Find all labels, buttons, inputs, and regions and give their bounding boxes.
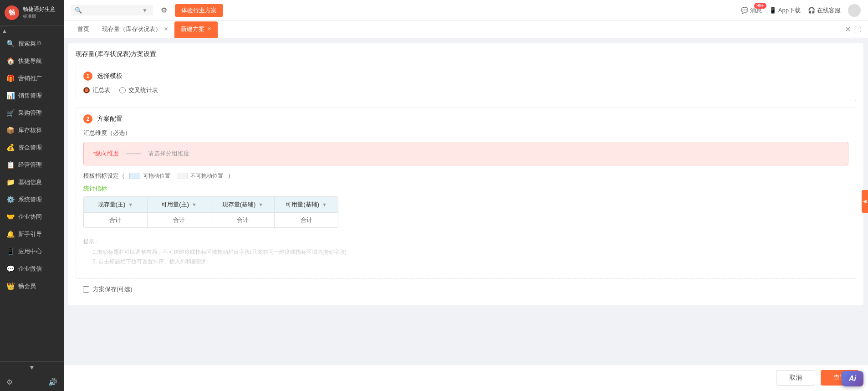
radio-summary-table-input[interactable]: [83, 87, 90, 93]
indicator-body-2-label: 合计: [237, 216, 249, 224]
industry-solution-button[interactable]: 体验行业方案: [175, 4, 223, 17]
sidebar-item-member[interactable]: 👑 畅会员: [0, 278, 64, 295]
topbar-dropdown-icon[interactable]: ▼: [142, 7, 148, 14]
non-draggable-legend-label: 不可拖动位置: [190, 172, 223, 180]
radio-summary-table-label: 汇总表: [92, 86, 110, 94]
tab-new-scheme-label: 新建方案: [181, 25, 204, 33]
online-support-item[interactable]: 🎧 在线客服: [808, 6, 841, 15]
volume-footer-icon[interactable]: 🔊: [48, 378, 57, 386]
radio-cross-table-input[interactable]: [119, 87, 126, 93]
indicator-body-0-label: 合计: [109, 216, 121, 224]
draggable-legend-label: 可拖动位置: [143, 172, 170, 180]
indicator-header-1-dropdown[interactable]: ▼: [192, 202, 197, 207]
tab-new-scheme-close[interactable]: ✕: [207, 26, 211, 32]
draggable-legend-item: 可拖动位置: [129, 172, 170, 180]
sales-icon: 📊: [6, 92, 15, 100]
wechat-icon: 💬: [6, 265, 15, 273]
save-option: 方案保存(可选): [83, 285, 849, 293]
tab-new-scheme[interactable]: 新建方案 ✕: [174, 21, 218, 38]
quick-nav-icon: 🏠: [6, 57, 15, 65]
step2-title: 方案配置: [97, 115, 123, 123]
indicator-header-3-dropdown[interactable]: ▼: [322, 202, 327, 207]
main-area: 🔍 ▼ ⚙ 体验行业方案 💬 消息 99+ 📱 App下载 🎧 在线客服: [64, 0, 868, 391]
save-option-label: 方案保存(可选): [93, 285, 133, 293]
sidebar-item-purchase-label: 采购管理: [18, 109, 42, 117]
basic-info-icon: 📁: [6, 178, 15, 186]
tabs-bar: 首页 现存量（库存状况表） ✕ 新建方案 ✕ ✕ ⛶: [64, 21, 868, 38]
template-options: 汇总表 交叉统计表: [83, 86, 848, 94]
online-support-label: 在线客服: [817, 6, 841, 15]
sidebar-logo: 畅 畅捷通好生意 标准版: [0, 0, 64, 26]
footer-bar: 取消 查询: [64, 364, 868, 391]
indicator-header-cell-3[interactable]: 可用量(基辅) ▼: [275, 197, 338, 212]
tab-inventory-status[interactable]: 现存量（库存状况表） ✕: [96, 21, 174, 38]
sidebar-item-sales[interactable]: 📊 销售管理: [0, 87, 64, 104]
ai-float-button[interactable]: Ai: [842, 371, 863, 386]
message-item[interactable]: 💬 消息 99+: [741, 6, 762, 15]
panel-expand-icon[interactable]: ⛶: [854, 26, 861, 33]
app-center-icon: 📱: [6, 247, 15, 256]
indicator-body-cell-3: 合计: [275, 212, 338, 227]
sidebar-item-finance[interactable]: 💰 资金管理: [0, 139, 64, 156]
dimension-placeholder-text[interactable]: 请选择分组维度: [148, 149, 189, 158]
app-download-item[interactable]: 📱 App下载: [769, 6, 801, 15]
sidebar-item-inventory[interactable]: 📦 库存核算: [0, 122, 64, 139]
sidebar-item-newbie-label: 新手引导: [18, 230, 42, 238]
settings-footer-icon[interactable]: ⚙: [6, 378, 13, 386]
step1-section: 1 选择模板 汇总表 交叉统计表: [76, 65, 856, 101]
sidebar-item-enterprise[interactable]: 🤝 企业协同: [0, 208, 64, 226]
indicator-settings-label: 模板指标设定（ 可拖动位置 不可拖动位置 ）: [83, 172, 848, 180]
topbar-left: 🔍 ▼ ⚙ 体验行业方案: [71, 4, 223, 17]
topbar-settings-icon[interactable]: ⚙: [158, 4, 170, 17]
topbar-search-input[interactable]: [85, 7, 139, 14]
sidebar-scroll-up-icon[interactable]: ▲: [1, 27, 8, 35]
topbar: 🔍 ▼ ⚙ 体验行业方案 💬 消息 99+ 📱 App下载 🎧 在线客服: [64, 0, 868, 21]
sidebar-item-system[interactable]: ⚙️ 系统管理: [0, 191, 64, 208]
indicator-legend: 可拖动位置 不可拖动位置: [129, 172, 223, 180]
member-icon: 👑: [6, 282, 15, 290]
tab-home-label: 首页: [77, 25, 89, 33]
dimension-label: 汇总维度（必选）: [83, 129, 848, 137]
radio-summary-table[interactable]: 汇总表: [83, 86, 110, 94]
sidebar-item-search-menu[interactable]: 🔍 搜索菜单: [0, 35, 64, 52]
step2-badge: 2: [83, 114, 92, 123]
tips-title: 提示：: [83, 238, 848, 246]
user-avatar[interactable]: [848, 4, 861, 17]
indicator-header-cell-2[interactable]: 现存量(基辅) ▼: [211, 197, 275, 212]
indicator-header-1-label: 可用量(主): [161, 201, 189, 209]
indicator-header-cell-0[interactable]: 现存量(主) ▼: [84, 197, 148, 212]
sidebar-item-basic-info[interactable]: 📁 基础信息: [0, 174, 64, 191]
sidebar-item-search-menu-label: 搜索菜单: [18, 40, 42, 48]
sidebar-item-operation[interactable]: 📋 经营管理: [0, 156, 64, 174]
tab-inventory-status-close[interactable]: ✕: [164, 26, 168, 32]
indicator-header-cell-1[interactable]: 可用量(主) ▼: [148, 197, 211, 212]
save-checkbox[interactable]: [83, 286, 89, 293]
right-expand-tab[interactable]: ◀: [862, 190, 868, 213]
sidebar-item-newbie[interactable]: 🔔 新手引导: [0, 226, 64, 243]
sidebar-item-app-center[interactable]: 📱 应用中心: [0, 243, 64, 260]
operation-icon: 📋: [6, 161, 15, 169]
sidebar-item-quick-nav[interactable]: 🏠 快捷导航: [0, 52, 64, 70]
sidebar-nav: 🔍 搜索菜单 🏠 快捷导航 🎁 营销推广 📊 销售管理 🛒 采购管理 📦 库存核…: [0, 35, 64, 361]
cancel-button[interactable]: 取消: [776, 370, 815, 386]
sidebar-item-marketing-label: 营销推广: [18, 74, 42, 82]
draggable-legend-box: [129, 173, 140, 179]
sidebar-item-operation-label: 经营管理: [18, 161, 42, 169]
indicator-body-1-label: 合计: [173, 216, 185, 224]
sidebar-scroll-down-icon[interactable]: ▼: [29, 364, 35, 371]
indicator-header-0-label: 现存量(主): [98, 201, 126, 209]
radio-cross-table[interactable]: 交叉统计表: [119, 86, 158, 94]
sidebar-item-purchase[interactable]: 🛒 采购管理: [0, 104, 64, 122]
marketing-icon: 🎁: [6, 74, 15, 82]
indicator-header-2-dropdown[interactable]: ▼: [258, 202, 263, 207]
step2-section: 2 方案配置 汇总维度（必选） *纵向维度 —— 请选择分组维度 模板指标设定（: [76, 108, 856, 279]
sidebar-item-marketing[interactable]: 🎁 营销推广: [0, 70, 64, 87]
indicator-header-0-dropdown[interactable]: ▼: [128, 202, 133, 207]
indicator-body-cell-2: 合计: [211, 212, 275, 227]
app-download-icon: 📱: [769, 7, 776, 14]
enterprise-icon: 🤝: [6, 213, 15, 221]
sidebar-item-system-label: 系统管理: [18, 196, 42, 204]
panel-close-icon[interactable]: ✕: [845, 25, 851, 34]
sidebar-item-wechat[interactable]: 💬 企业微信: [0, 260, 64, 278]
tab-home[interactable]: 首页: [71, 21, 96, 38]
